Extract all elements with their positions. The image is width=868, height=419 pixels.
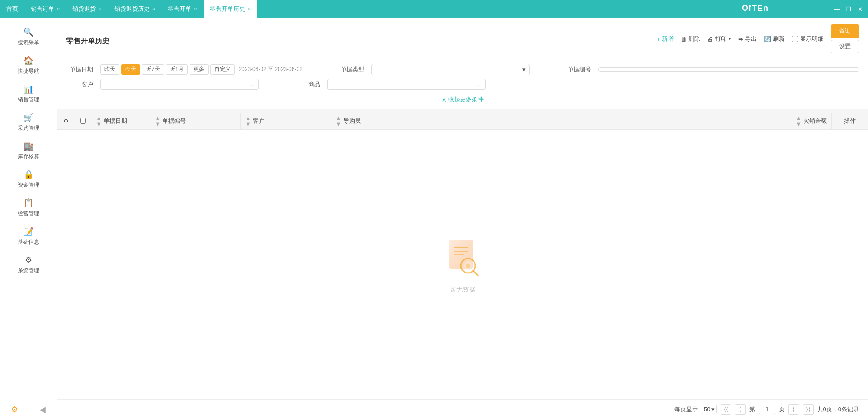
tab-sales-return-close[interactable]: ×: [99, 6, 101, 12]
tab-retail-open[interactable]: 零售开单 ×: [161, 0, 203, 18]
customer-sort-icon: ▲▼: [245, 115, 251, 127]
sidebar-item-sales-mgmt[interactable]: 📊 销售管理: [0, 79, 57, 107]
delete-button[interactable]: 🗑 删除: [681, 35, 700, 43]
refresh-button[interactable]: 🔄 刷新: [764, 35, 785, 43]
sidebar-bottom: ⚙ ◀: [0, 400, 57, 419]
select-all-checkbox[interactable]: [80, 118, 86, 124]
th-guide[interactable]: ▲▼ 导购员: [331, 113, 385, 129]
per-page-label: 每页显示: [674, 405, 698, 414]
page-title: 零售开单历史: [66, 37, 109, 46]
settings-button[interactable]: 设置: [831, 40, 859, 53]
purchase-mgmt-icon: 🛒: [24, 113, 33, 122]
sidebar: 🔍 搜索采单 🏠 快捷导航 📊 销售管理 🛒 采购管理 🏬 库存核算 🔒 资金管…: [0, 18, 57, 419]
refresh-label: 刷新: [773, 35, 785, 43]
sidebar-item-inventory[interactable]: 🏬 库存核算: [0, 136, 57, 164]
prev-page-btn[interactable]: ⟨: [735, 404, 746, 415]
per-page-dropdown-icon: ▾: [711, 406, 715, 413]
sidebar-item-search-purchase-label: 搜索采单: [18, 39, 39, 47]
per-page-select[interactable]: 50 ▾: [702, 405, 716, 414]
product-input[interactable]: ...: [327, 79, 486, 90]
query-settings-group: 查询 设置: [831, 24, 859, 53]
tab-sales-return-history[interactable]: 销货退货历史 ×: [108, 0, 161, 18]
th-action-label: 操作: [844, 117, 856, 125]
sidebar-item-finance-label: 资金管理: [18, 181, 39, 189]
tab-sales-order[interactable]: 销售订单 ×: [24, 0, 66, 18]
top-nav-tabs: 首页 销售订单 × 销货退货 × 销货退货历史 × 零售开单 × 零售开单历史 …: [0, 0, 834, 18]
add-button[interactable]: + 新增: [656, 35, 674, 43]
th-settings[interactable]: ⚙: [57, 113, 75, 129]
guide-sort-icon: ▲▼: [336, 115, 342, 127]
th-guide-label: 导购员: [343, 117, 361, 125]
doc-type-dropdown-icon: ▾: [522, 66, 526, 73]
print-dropdown-icon[interactable]: ▾: [729, 37, 731, 42]
minimize-btn[interactable]: —: [834, 6, 840, 13]
sidebar-item-basic-info[interactable]: 📝 基础信息: [0, 221, 57, 250]
sidebar-settings-icon[interactable]: ⚙: [11, 405, 18, 414]
date-btn-today[interactable]: 今天: [121, 64, 140, 75]
sidebar-item-basic-info-label: 基础信息: [18, 238, 39, 246]
table-header: ⚙ ▲▼ 单据日期 ▲▼ 单据编号 ▲▼ 客户 ▲▼: [57, 113, 868, 130]
filter-row-1: 单据日期 昨天 今天 近7天 近1月 更多 自定义 2023-06-02 至 2…: [66, 64, 859, 75]
th-order-no[interactable]: ▲▼ 单据编号: [150, 113, 241, 129]
export-icon: ➡: [738, 36, 743, 42]
tab-home[interactable]: 首页: [0, 0, 24, 18]
date-btn-custom[interactable]: 自定义: [210, 64, 235, 75]
print-button[interactable]: 🖨 打印 ▾: [707, 35, 731, 43]
tab-sales-return[interactable]: 销货退货 ×: [66, 0, 108, 18]
table-wrapper: ⚙ ▲▼ 单据日期 ▲▼ 单据编号 ▲▼ 客户 ▲▼: [57, 113, 868, 399]
print-icon: 🖨: [707, 36, 713, 42]
sidebar-item-finance[interactable]: 🔒 资金管理: [0, 164, 57, 193]
sidebar-collapse-icon[interactable]: ◀: [39, 405, 46, 414]
next-page-btn[interactable]: ⟩: [788, 404, 799, 415]
tab-home-label: 首页: [6, 5, 18, 13]
page-suffix: 页: [779, 405, 785, 414]
customer-label: 客户: [66, 80, 93, 89]
th-checkbox[interactable]: [75, 113, 91, 129]
total-label: 共0页，0条记录: [817, 405, 859, 414]
add-label: 新增: [662, 35, 674, 43]
customer-input[interactable]: ...: [100, 79, 259, 90]
first-page-btn[interactable]: ⟨⟨: [721, 404, 731, 415]
filter-row-2: 客户 ... 商品 ...: [66, 79, 859, 90]
ops-icon: 📋: [24, 198, 33, 208]
collapse-label: 收起更多条件: [448, 95, 484, 104]
sys-mgmt-icon: ⚙: [25, 255, 32, 265]
sidebar-item-search-purchase[interactable]: 🔍 搜索采单: [0, 22, 57, 50]
query-button[interactable]: 查询: [831, 24, 859, 38]
content-area: 零售开单历史 + 新增 🗑 删除 🖨 打印 ▾ ➡ 导出: [57, 18, 868, 419]
export-button[interactable]: ➡ 导出: [738, 35, 757, 43]
per-page-value: 50: [704, 406, 710, 413]
toolbar: + 新增 🗑 删除 🖨 打印 ▾ ➡ 导出 🔄 刷: [656, 24, 859, 58]
date-btn-7days[interactable]: 近7天: [142, 64, 164, 75]
th-amount[interactable]: ▲▼ 实销金额: [773, 113, 832, 129]
th-date[interactable]: ▲▼ 单据日期: [91, 113, 150, 129]
last-page-btn[interactable]: ⟩⟩: [803, 404, 814, 415]
tab-sales-return-history-close[interactable]: ×: [152, 6, 155, 12]
tab-sales-order-close[interactable]: ×: [57, 6, 60, 12]
sidebar-item-quick-nav[interactable]: 🏠 快捷导航: [0, 50, 57, 79]
finance-icon: 🔒: [24, 169, 33, 179]
sidebar-item-ops[interactable]: 📋 经营管理: [0, 193, 57, 221]
tab-retail-open-close[interactable]: ×: [194, 6, 197, 12]
doc-no-input[interactable]: [598, 67, 859, 72]
date-btn-1month[interactable]: 近1月: [166, 64, 188, 75]
show-detail-checkbox[interactable]: [792, 36, 798, 42]
doc-type-select[interactable]: ▾: [371, 64, 530, 75]
th-customer[interactable]: ▲▼ 客户: [241, 113, 331, 129]
page-header: 零售开单历史 + 新增 🗑 删除 🖨 打印 ▾ ➡ 导出: [57, 18, 868, 58]
date-btn-yesterday[interactable]: 昨天: [100, 64, 119, 75]
tab-retail-open-history-close[interactable]: ×: [248, 6, 251, 12]
restore-btn[interactable]: ❐: [846, 6, 851, 13]
date-btn-more[interactable]: 更多: [190, 64, 209, 75]
page-input[interactable]: [759, 405, 775, 414]
sales-mgmt-icon: 📊: [24, 84, 33, 94]
sidebar-item-purchase-mgmt[interactable]: 🛒 采购管理: [0, 107, 57, 136]
show-detail-label: 显示明细: [800, 35, 824, 43]
show-detail-toggle[interactable]: 显示明细: [792, 35, 824, 43]
sidebar-item-sys-mgmt[interactable]: ⚙ 系统管理: [0, 250, 57, 278]
close-btn[interactable]: ✕: [858, 6, 863, 13]
collapse-icon: ∧: [442, 96, 446, 103]
collapse-bar[interactable]: ∧ 收起更多条件: [66, 94, 859, 105]
th-amount-label: 实销金额: [803, 117, 827, 125]
tab-retail-open-history[interactable]: 零售开单历史 ×: [204, 0, 257, 18]
